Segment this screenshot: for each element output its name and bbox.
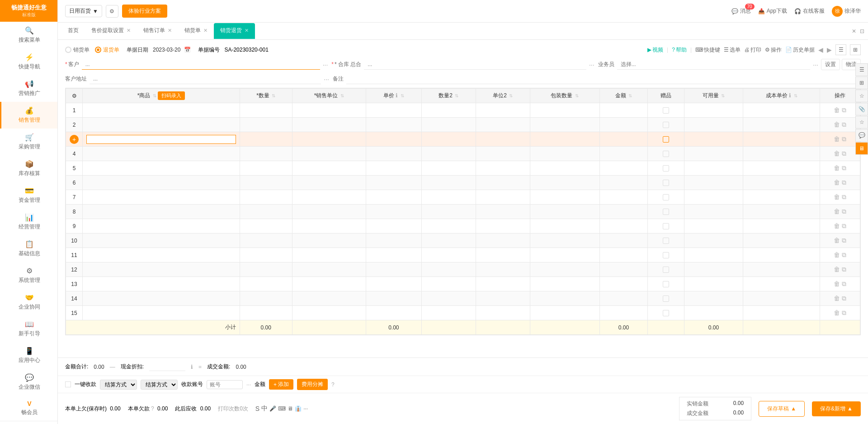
help-icon[interactable]: ? bbox=[151, 405, 154, 412]
address-more-icon[interactable]: ··· bbox=[324, 76, 329, 83]
save-new-button[interactable]: 保存&新增 ▲ bbox=[812, 401, 861, 416]
close-icon[interactable]: ✕ bbox=[168, 28, 172, 33]
save-draft-button[interactable]: 保存草稿 ▲ bbox=[759, 401, 805, 417]
warehouse-input[interactable] bbox=[364, 59, 586, 70]
sidebar-item-guide[interactable]: 📖 新手引导 bbox=[0, 315, 57, 342]
product-cell[interactable] bbox=[83, 118, 240, 132]
delete-icon[interactable]: 🗑 bbox=[834, 309, 840, 317]
available-cell[interactable] bbox=[684, 103, 743, 118]
sales-unit-cell[interactable] bbox=[292, 103, 366, 118]
sort-icon[interactable]: ⇅ bbox=[455, 93, 458, 98]
unit-price-cell[interactable] bbox=[366, 132, 421, 147]
delete-icon[interactable]: 🗑 bbox=[834, 295, 840, 302]
info-icon[interactable]: ℹ bbox=[789, 92, 791, 99]
more-icon[interactable]: ··· bbox=[303, 405, 308, 412]
operation-link[interactable]: ⚙ 操作 bbox=[765, 46, 782, 54]
app-download-btn[interactable]: 📥 App下载 bbox=[758, 7, 787, 15]
sidebar-item-management[interactable]: 📊 经营管理 bbox=[0, 209, 57, 235]
amount-cell[interactable] bbox=[599, 132, 648, 147]
keyboard-icon[interactable]: ⌨ bbox=[278, 405, 286, 412]
scan-button[interactable]: 扫码录入 bbox=[158, 91, 185, 100]
delete-icon[interactable]: 🗑 bbox=[834, 179, 840, 186]
next-icon[interactable]: ▶ bbox=[827, 46, 832, 53]
qty-cell[interactable] bbox=[240, 103, 292, 118]
print-link[interactable]: 🖨 打印 bbox=[744, 46, 761, 54]
grid-view-icon[interactable]: ⊞ bbox=[850, 44, 861, 55]
delete-icon[interactable]: 🗑 bbox=[834, 106, 840, 114]
history-link[interactable]: 📄 历史单据 bbox=[785, 46, 815, 54]
setup-btn[interactable]: 设置 bbox=[821, 59, 840, 70]
mic-icon[interactable]: 🎤 bbox=[269, 405, 276, 412]
qty2-cell[interactable] bbox=[421, 103, 476, 118]
unit2-cell[interactable] bbox=[476, 118, 530, 132]
qty-cell[interactable] bbox=[240, 132, 292, 147]
copy-icon[interactable]: ⧉ bbox=[842, 222, 846, 230]
delete-icon[interactable]: 🗑 bbox=[834, 150, 840, 157]
col-gear[interactable]: ⚙ bbox=[66, 89, 83, 103]
sidebar-item-marketing[interactable]: 📢 营销推广 bbox=[0, 75, 57, 102]
settings-button[interactable]: ⚙ bbox=[106, 5, 118, 18]
unit-price-cell[interactable] bbox=[366, 118, 421, 132]
tab-sales-bill[interactable]: 销货单 ✕ bbox=[178, 23, 214, 39]
delete-icon[interactable]: 🗑 bbox=[834, 237, 840, 244]
product-input[interactable] bbox=[86, 135, 236, 144]
available-cell[interactable] bbox=[684, 132, 743, 147]
rp-btn-3[interactable]: ☆ bbox=[855, 90, 868, 102]
chevron-up-icon[interactable]: ▲ bbox=[847, 405, 853, 412]
sidebar-item-finance[interactable]: 💳 资金管理 bbox=[0, 182, 57, 209]
amount-cell[interactable] bbox=[599, 103, 648, 118]
close-icon[interactable]: ✕ bbox=[127, 28, 131, 33]
copy-icon[interactable]: ⧉ bbox=[842, 295, 846, 302]
cost-price-cell[interactable] bbox=[743, 103, 820, 118]
copy-icon[interactable]: ⧉ bbox=[842, 121, 846, 129]
delete-icon[interactable]: 🗑 bbox=[834, 135, 840, 143]
one-key-checkbox[interactable] bbox=[65, 381, 71, 387]
delete-icon[interactable]: 🗑 bbox=[834, 208, 840, 215]
radio-sales-bill[interactable]: 销货单 bbox=[65, 46, 90, 54]
rp-btn-2[interactable]: ⊞ bbox=[855, 76, 868, 89]
message-btn[interactable]: 💬 消息 70 bbox=[731, 7, 751, 15]
salesperson-input[interactable] bbox=[617, 59, 811, 70]
pack-qty-cell[interactable] bbox=[530, 118, 599, 132]
rp-btn-5[interactable]: ☆ bbox=[855, 116, 868, 129]
copy-icon[interactable]: ⧉ bbox=[842, 150, 846, 157]
sales-unit-cell[interactable] bbox=[292, 118, 366, 132]
unit2-cell[interactable] bbox=[476, 103, 530, 118]
close-all-icon[interactable]: ✕ bbox=[852, 28, 856, 34]
unit2-cell[interactable] bbox=[476, 132, 530, 147]
sort-icon[interactable]: ⇅ bbox=[575, 93, 579, 98]
copy-icon[interactable]: ⧉ bbox=[842, 237, 846, 244]
prev-icon[interactable]: ◀ bbox=[818, 46, 823, 53]
delete-icon[interactable]: 🗑 bbox=[834, 193, 840, 201]
copy-icon[interactable]: ⧉ bbox=[842, 135, 846, 143]
info-icon[interactable]: ℹ bbox=[396, 92, 398, 99]
calendar-icon[interactable]: 📅 bbox=[184, 47, 191, 53]
pack-qty-cell[interactable] bbox=[530, 132, 599, 147]
info-icon[interactable]: ℹ bbox=[191, 364, 193, 370]
cash-discount-input[interactable] bbox=[149, 362, 185, 371]
sidebar-item-quicknav[interactable]: ⚡ 快捷导航 bbox=[0, 48, 57, 75]
pack-qty-cell[interactable] bbox=[530, 103, 599, 118]
copy-icon[interactable]: ⧉ bbox=[842, 309, 846, 317]
cost-price-cell[interactable] bbox=[743, 132, 820, 147]
sidebar-item-inventory[interactable]: 📦 库存核算 bbox=[0, 155, 57, 182]
amount-cell[interactable] bbox=[599, 118, 648, 132]
copy-icon[interactable]: ⧉ bbox=[842, 106, 846, 114]
radio-return-bill[interactable]: 退货单 bbox=[95, 46, 119, 54]
fee-split-btn[interactable]: 费用分摊 bbox=[297, 379, 328, 390]
video-link[interactable]: ▶ 视频 bbox=[647, 46, 663, 54]
customer-input[interactable] bbox=[82, 59, 320, 70]
calc-method-select[interactable]: 结算方式 bbox=[141, 380, 178, 390]
sort-icon[interactable]: ⇅ bbox=[153, 93, 156, 98]
copy-icon[interactable]: ⧉ bbox=[842, 208, 846, 215]
cost-price-cell[interactable] bbox=[743, 118, 820, 132]
rp-btn-7[interactable]: 🖥 bbox=[855, 142, 868, 155]
sidebar-item-apps[interactable]: 📱 应用中心 bbox=[0, 342, 57, 369]
sort-icon[interactable]: ⇅ bbox=[340, 93, 344, 98]
account-input[interactable] bbox=[207, 380, 243, 389]
salesperson-more-icon[interactable]: ··· bbox=[813, 61, 818, 68]
tab-sales-order[interactable]: 销售订单 ✕ bbox=[137, 23, 178, 39]
delete-icon[interactable]: 🗑 bbox=[834, 121, 840, 129]
maximize-icon[interactable]: ⊡ bbox=[860, 28, 864, 34]
add-row-button[interactable]: + bbox=[70, 135, 79, 144]
